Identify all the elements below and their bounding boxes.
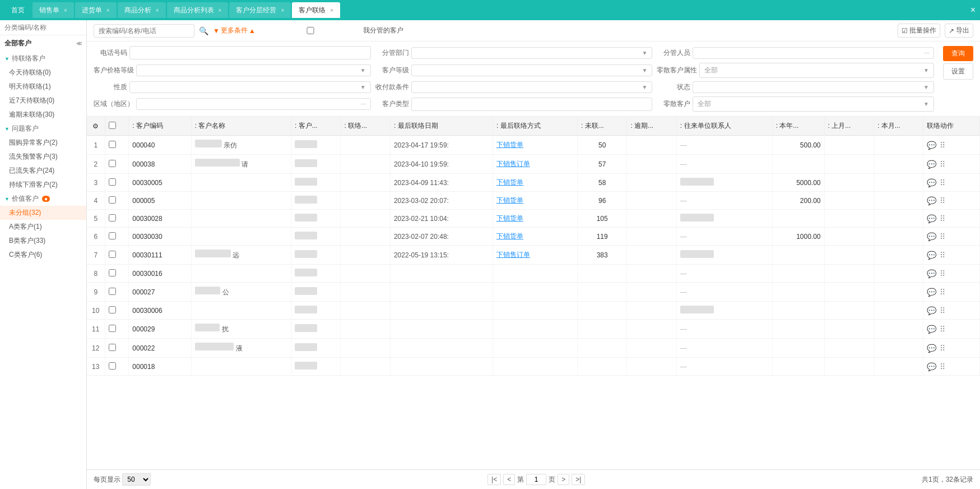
next-page-btn[interactable]: > — [558, 474, 569, 485]
tab-analysis[interactable]: 商品分析 × — [118, 2, 166, 18]
row-name[interactable]: 亲仿 — [191, 136, 291, 155]
more-icon[interactable]: ⠿ — [940, 325, 945, 334]
row-last-method[interactable]: 下销货单 — [493, 228, 577, 246]
row-checkbox[interactable] — [109, 178, 116, 186]
more-icon[interactable]: ⠿ — [940, 196, 945, 205]
row-name[interactable] — [191, 228, 291, 246]
col-this-month-header[interactable]: : 本月... — [874, 117, 923, 136]
row-name[interactable] — [191, 192, 291, 210]
row-last-method[interactable]: 下销货单 — [493, 174, 577, 192]
price-level-select[interactable]: ▼ — [136, 64, 371, 76]
row-checkbox[interactable] — [109, 362, 116, 370]
row-name[interactable] — [191, 358, 291, 376]
row-name[interactable] — [191, 265, 291, 283]
more-icon[interactable]: ⠿ — [940, 251, 945, 260]
row-last-method[interactable]: 下销售订单 — [493, 246, 577, 265]
row-last-method[interactable] — [493, 358, 577, 376]
more-icon[interactable]: ⠿ — [940, 160, 945, 169]
page-input[interactable] — [526, 474, 546, 485]
row-name[interactable] — [191, 210, 291, 228]
row-select[interactable] — [105, 155, 129, 174]
group-problem-customers[interactable]: ▼ 问题客户 — [0, 122, 86, 136]
my-customers-filter[interactable]: 我分管的客户 — [260, 26, 403, 35]
region-select[interactable]: ··· — [136, 98, 371, 110]
select-all-checkbox[interactable] — [109, 122, 116, 129]
row-select[interactable] — [105, 210, 129, 228]
manager-select[interactable]: ··· — [693, 47, 934, 59]
sidebar-item-7days[interactable]: 近7天待联络(0) — [0, 94, 86, 108]
close-analysis-list-tab[interactable]: × — [219, 7, 222, 13]
search-button[interactable]: 🔍 — [199, 26, 208, 35]
all-customers-header[interactable]: 全部客户 ≪ — [0, 35, 86, 52]
row-last-method[interactable]: 下销货单 — [493, 136, 577, 155]
row-last-method[interactable] — [493, 265, 577, 283]
more-icon[interactable]: ⠿ — [940, 214, 945, 223]
customer-type-input[interactable] — [411, 98, 653, 111]
contact-icon[interactable]: 💬 — [927, 214, 936, 223]
sidebar-item-c-class[interactable]: C类客户(6) — [0, 248, 86, 262]
home-tab[interactable]: 首页 — [4, 6, 31, 15]
tab-analysis-list[interactable]: 商品分析列表 × — [167, 2, 229, 18]
customer-level-select[interactable]: ▼ — [411, 64, 653, 76]
row-name[interactable] — [191, 174, 291, 192]
row-checkbox[interactable] — [109, 214, 116, 222]
sidebar-item-today[interactable]: 今天待联络(0) — [0, 66, 86, 80]
row-checkbox[interactable] — [109, 196, 116, 204]
col-last-month-header[interactable]: : 上月... — [824, 117, 874, 136]
row-checkbox[interactable] — [109, 306, 116, 313]
col-overdue-header[interactable]: : 逾期... — [627, 117, 676, 136]
col-this-year-header[interactable]: : 本年... — [772, 117, 824, 136]
contact-icon[interactable]: 💬 — [927, 141, 936, 150]
group-pending-contact[interactable]: ▼ 待联络客户 — [0, 52, 86, 66]
more-icon[interactable]: ⠿ — [940, 288, 945, 297]
more-icon[interactable]: ⠿ — [940, 141, 945, 150]
row-last-method[interactable] — [493, 283, 577, 302]
row-checkbox[interactable] — [109, 141, 116, 148]
row-checkbox[interactable] — [109, 251, 116, 258]
sidebar-item-b-class[interactable]: B类客户(33) — [0, 234, 86, 248]
row-select[interactable] — [105, 265, 129, 283]
prev-page-btn[interactable]: < — [503, 474, 515, 485]
query-button[interactable]: 查询 — [943, 46, 973, 61]
col-last-date-header[interactable]: : 最后联络日期 — [390, 117, 493, 136]
contact-icon[interactable]: 💬 — [927, 306, 936, 315]
sidebar-item-declining[interactable]: 持续下滑客户(2) — [0, 178, 86, 192]
per-page-select[interactable]: 50 100 — [122, 473, 151, 486]
contact-icon[interactable]: 💬 — [927, 178, 936, 187]
contact-icon[interactable]: 💬 — [927, 269, 936, 278]
close-sales-tab[interactable]: × — [64, 7, 67, 13]
row-select[interactable] — [105, 320, 129, 339]
more-icon[interactable]: ⠿ — [940, 269, 945, 278]
dept-select[interactable]: ▼ — [411, 47, 653, 59]
contact-icon[interactable]: 💬 — [927, 288, 936, 297]
row-select[interactable] — [105, 174, 129, 192]
phone-input[interactable] — [129, 46, 371, 59]
last-page-btn[interactable]: >| — [572, 474, 585, 485]
row-checkbox[interactable] — [109, 325, 116, 332]
row-last-method[interactable] — [493, 320, 577, 339]
row-checkbox[interactable] — [109, 344, 116, 351]
more-icon[interactable]: ⠿ — [940, 362, 945, 371]
sidebar-item-churn-warning[interactable]: 流失预警客户(3) — [0, 150, 86, 164]
tab-purchase[interactable]: 进货单 × — [75, 2, 117, 18]
sidebar-search-input[interactable] — [4, 24, 87, 31]
more-icon[interactable]: ⠿ — [940, 344, 945, 353]
my-customers-checkbox[interactable] — [260, 27, 361, 34]
row-select[interactable] — [105, 246, 129, 265]
row-checkbox[interactable] — [109, 232, 116, 239]
col-last-method-header[interactable]: : 最后联络方式 — [493, 117, 577, 136]
sidebar-item-tomorrow[interactable]: 明天待联络(1) — [0, 80, 86, 94]
sidebar-item-a-class[interactable]: A类客户(1) — [0, 220, 86, 234]
row-name[interactable]: 公 — [191, 283, 291, 302]
payment-select[interactable]: ▼ — [411, 81, 653, 93]
contact-icon[interactable]: 💬 — [927, 251, 936, 260]
row-name[interactable] — [191, 302, 291, 320]
row-checkbox[interactable] — [109, 160, 116, 167]
contact-icon[interactable]: 💬 — [927, 232, 936, 241]
first-page-btn[interactable]: |< — [487, 474, 501, 485]
row-last-method[interactable]: 下销货单 — [493, 192, 577, 210]
row-last-method[interactable] — [493, 339, 577, 358]
row-select[interactable] — [105, 302, 129, 320]
contact-icon[interactable]: 💬 — [927, 362, 936, 371]
row-name[interactable]: 扰 — [191, 320, 291, 339]
